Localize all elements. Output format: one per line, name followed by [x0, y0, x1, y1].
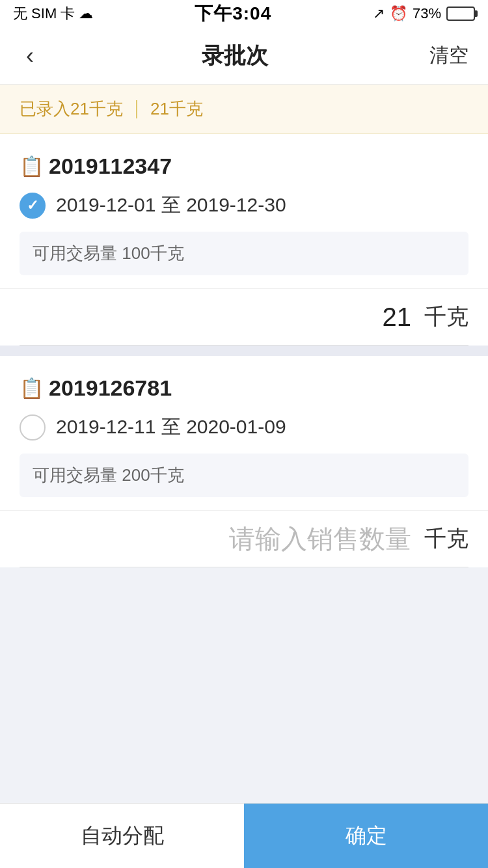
- bottom-spacer: [0, 567, 488, 698]
- bottom-bar: 自动分配 确定: [0, 803, 488, 868]
- location-icon: ↗: [373, 5, 385, 22]
- auto-distribute-button[interactable]: 自动分配: [0, 804, 244, 868]
- batch-1-quantity-row: 21 千克: [0, 288, 488, 345]
- status-left: 无 SIM 卡 ☁: [13, 4, 93, 23]
- batch-1-quantity: 21: [359, 303, 411, 332]
- batch-1-header: 📋 2019112347: [0, 134, 488, 185]
- back-button[interactable]: ‹: [20, 36, 40, 76]
- status-time: 下午3:04: [195, 1, 271, 26]
- batch-2-availability: 可用交易量 200千克: [20, 454, 468, 497]
- check-mark: ✓: [27, 197, 38, 214]
- card-divider: [0, 346, 488, 356]
- status-bar: 无 SIM 卡 ☁ 下午3:04 ↗ ⏰ 73%: [0, 0, 488, 27]
- batch-2-icon: 📋: [20, 377, 44, 400]
- batch-2-header: 📋 2019126781: [0, 356, 488, 407]
- batch-1-date-row[interactable]: ✓ 2019-12-01 至 2019-12-30: [0, 185, 488, 225]
- page-title: 录批次: [202, 41, 268, 71]
- sim-label: 无 SIM 卡 ☁: [13, 4, 93, 23]
- batch-2-date-row[interactable]: 2019-12-11 至 2020-01-09: [0, 407, 488, 447]
- clear-button[interactable]: 清空: [429, 42, 468, 69]
- alarm-icon: ⏰: [390, 5, 407, 22]
- batch-1-date: 2019-12-01 至 2019-12-30: [56, 192, 286, 219]
- battery-percent: 73%: [413, 5, 441, 22]
- batch-2-unit: 千克: [424, 524, 468, 554]
- confirm-button[interactable]: 确定: [244, 804, 488, 868]
- batch-2-quantity-row[interactable]: 千克: [0, 510, 488, 567]
- batch-2-quantity-input[interactable]: [82, 524, 411, 554]
- battery-icon: [446, 7, 475, 21]
- batch-2-id: 2019126781: [49, 375, 172, 401]
- batch-1-radio[interactable]: ✓: [20, 193, 46, 219]
- batch-card-2: 📋 2019126781 2019-12-11 至 2020-01-09 可用交…: [0, 356, 488, 567]
- batch-2-radio[interactable]: [20, 414, 46, 441]
- total-info: 21千克: [150, 98, 203, 120]
- batch-1-icon: 📋: [20, 155, 44, 178]
- batch-1-unit: 千克: [424, 302, 468, 332]
- batch-2-date: 2019-12-11 至 2020-01-09: [56, 414, 286, 441]
- status-right: ↗ ⏰ 73%: [373, 5, 475, 22]
- info-banner: 已录入21千克 21千克: [0, 85, 488, 134]
- banner-divider: [136, 100, 137, 118]
- batch-card-1: 📋 2019112347 ✓ 2019-12-01 至 2019-12-30 可…: [0, 134, 488, 346]
- batch-1-id: 2019112347: [49, 154, 172, 179]
- batch-1-availability: 可用交易量 100千克: [20, 232, 468, 275]
- recorded-info: 已录入21千克: [20, 98, 123, 120]
- nav-bar: ‹ 录批次 清空: [0, 27, 488, 85]
